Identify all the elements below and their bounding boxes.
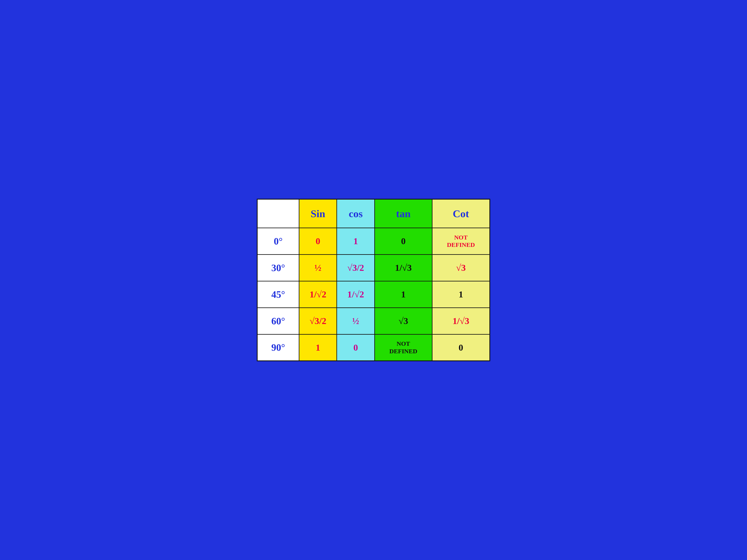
tan-90: NotDefined xyxy=(375,334,432,361)
angle-60-label: 60° xyxy=(271,316,285,326)
sin-90: 1 xyxy=(299,334,337,361)
header-cot-cell: Cot xyxy=(432,199,490,228)
cos-45: 1/√2 xyxy=(337,281,375,308)
cos-90-value: 0 xyxy=(354,342,358,353)
cos-0-value: 1 xyxy=(354,236,358,246)
angle-45: 45° xyxy=(257,281,299,308)
cos-45-value: 1/√2 xyxy=(347,289,364,299)
main-container: Sin cos tan Cot 0° 0 xyxy=(251,193,496,367)
tan-60-value: √3 xyxy=(398,316,408,326)
sin-0: 0 xyxy=(299,228,337,255)
sin-30-value: ½ xyxy=(314,263,321,273)
tan-60: √3 xyxy=(375,308,432,334)
tan-45-value: 1 xyxy=(401,289,406,299)
angle-90-label: 90° xyxy=(271,342,285,353)
cos-30: √3/2 xyxy=(337,255,375,281)
angle-0: 0° xyxy=(257,228,299,255)
header-sin-label: Sin xyxy=(311,208,325,219)
header-tan-cell: tan xyxy=(375,199,432,228)
cos-90: 0 xyxy=(337,334,375,361)
row-45deg: 45° 1/√2 1/√2 1 1 xyxy=(257,281,490,308)
sin-60: √3/2 xyxy=(299,308,337,334)
cot-0: NotDefined xyxy=(432,228,490,255)
cot-60: 1/√3 xyxy=(432,308,490,334)
angle-45-label: 45° xyxy=(271,289,285,300)
header-cos-cell: cos xyxy=(337,199,375,228)
tan-0-value: 0 xyxy=(401,236,406,246)
cot-0-value: NotDefined xyxy=(435,234,487,249)
tan-30: 1/√3 xyxy=(375,255,432,281)
cos-30-value: √3/2 xyxy=(347,263,364,273)
cos-60: ½ xyxy=(337,308,375,334)
header-cot-label: Cot xyxy=(453,208,469,219)
row-30deg: 30° ½ √3/2 1/√3 √3 xyxy=(257,255,490,281)
angle-30: 30° xyxy=(257,255,299,281)
row-60deg: 60° √3/2 ½ √3 1/√3 xyxy=(257,308,490,334)
angle-60: 60° xyxy=(257,308,299,334)
sin-30: ½ xyxy=(299,255,337,281)
row-90deg: 90° 1 0 NotDefined 0 xyxy=(257,334,490,361)
cos-60-value: ½ xyxy=(352,316,359,326)
trig-table: Sin cos tan Cot 0° 0 xyxy=(257,199,490,361)
tan-30-value: 1/√3 xyxy=(395,263,412,273)
cot-90-value: 0 xyxy=(459,342,463,353)
cot-90: 0 xyxy=(432,334,490,361)
sin-45-value: 1/√2 xyxy=(310,289,327,299)
angle-30-label: 30° xyxy=(271,262,285,273)
header-cos-label: cos xyxy=(349,208,363,219)
cot-30-value: √3 xyxy=(456,263,466,273)
row-0deg: 0° 0 1 0 NotDefined xyxy=(257,228,490,255)
cot-60-value: 1/√3 xyxy=(453,316,469,326)
sin-90-value: 1 xyxy=(315,342,320,353)
sin-0-value: 0 xyxy=(315,236,320,246)
header-tan-label: tan xyxy=(396,208,411,219)
header-row: Sin cos tan Cot xyxy=(257,199,490,228)
sin-60-value: √3/2 xyxy=(310,316,327,326)
angle-0-label: 0° xyxy=(274,236,283,247)
sin-45: 1/√2 xyxy=(299,281,337,308)
tan-0: 0 xyxy=(375,228,432,255)
tan-90-value: NotDefined xyxy=(377,340,430,355)
cos-0: 1 xyxy=(337,228,375,255)
cot-45: 1 xyxy=(432,281,490,308)
cot-30: √3 xyxy=(432,255,490,281)
header-angle-cell xyxy=(257,199,299,228)
header-sin-cell: Sin xyxy=(299,199,337,228)
cot-45-value: 1 xyxy=(459,289,463,299)
tan-45: 1 xyxy=(375,281,432,308)
angle-90: 90° xyxy=(257,334,299,361)
